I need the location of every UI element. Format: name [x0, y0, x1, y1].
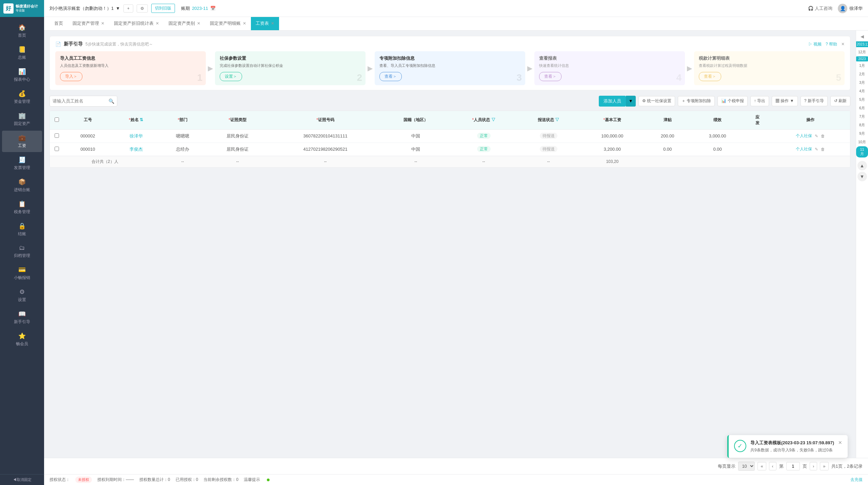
operations-btn[interactable]: ☰ 操作 ▼ — [772, 96, 798, 106]
sidebar-item-label-inventory: 进销台账 — [14, 187, 30, 193]
settings-btn[interactable]: ⚙ — [137, 4, 148, 13]
sidebar-item-tax[interactable]: 📋 税务管理 — [2, 197, 42, 218]
calendar-month-3[interactable]: 3月 — [856, 78, 868, 87]
row-checkbox[interactable] — [50, 143, 63, 156]
sidebar-footer[interactable]: ◀取消固定 — [0, 474, 44, 485]
calendar-month-10[interactable]: 10月 — [856, 138, 868, 146]
funds-icon: 💰 — [18, 90, 26, 97]
help-btn[interactable]: ? 帮助 — [826, 41, 837, 47]
edit-icon[interactable]: ✎ — [815, 134, 818, 138]
calendar-month-8[interactable]: 8月 — [856, 121, 868, 129]
guide-btn[interactable]: ? 新手引导 — [801, 96, 828, 106]
calendar-month-2[interactable]: 2月 — [856, 70, 868, 78]
guide-step-btn-2[interactable]: 设置＞ — [220, 72, 242, 81]
header-personnel-status[interactable]: *人员状态 ▽ — [451, 111, 517, 130]
sidebar-item-label-member: 畅会员 — [16, 341, 28, 347]
guide-step-btn-5[interactable]: 查看＞ — [699, 72, 721, 81]
support-btn[interactable]: 🎧 人工咨询 — [808, 5, 832, 12]
user-info[interactable]: 👤 徐泽华 — [838, 4, 863, 13]
search-input[interactable] — [53, 98, 108, 104]
first-page-btn[interactable]: « — [757, 462, 766, 470]
period-value[interactable]: 2023-11 — [192, 6, 208, 11]
tab-close-fixed-assets[interactable]: ✕ — [101, 21, 104, 26]
search-icon[interactable]: 🔍 — [108, 98, 114, 104]
tab-asset-detail[interactable]: 固定资产明细账✕ — [205, 17, 251, 31]
last-page-btn[interactable]: » — [820, 462, 828, 470]
remaining-label: 当前剩余授权数：0 — [203, 477, 238, 483]
row-checkbox[interactable] — [50, 129, 63, 143]
recharge-link[interactable]: 去充值 — [850, 477, 863, 483]
sidebar-item-fixed-assets[interactable]: 🏢 固定资产 — [2, 109, 42, 130]
account-selector[interactable]: 刘小艳演示账套（勿删勿动！）1 ▼ — [50, 5, 120, 12]
down-arrow-btn[interactable]: ▼ — [857, 172, 867, 181]
page-size-select[interactable]: 10 20 50 — [738, 462, 755, 471]
guide-step-btn-1[interactable]: 导入＞ — [60, 72, 82, 81]
toast-close-btn[interactable]: ✕ — [838, 440, 842, 445]
add-account-btn[interactable]: + — [123, 4, 133, 13]
sidebar-item-invoices[interactable]: 🧾 发票管理 — [2, 153, 42, 174]
edit-icon[interactable]: ✎ — [815, 147, 818, 152]
video-btn[interactable]: ▷ 视频 — [808, 41, 822, 47]
delete-icon[interactable]: 🗑 — [821, 134, 825, 138]
page-input[interactable] — [786, 462, 800, 470]
calendar-month-5[interactable]: 5月 — [856, 95, 868, 104]
guide-step-btn-4[interactable]: 查看＞ — [539, 72, 561, 81]
refresh-btn[interactable]: ↺ 刷新 — [830, 96, 850, 106]
tab-depreciation[interactable]: 固定资产折旧统计表✕ — [109, 17, 164, 31]
sidebar-item-inventory[interactable]: 📦 进销台账 — [2, 175, 42, 196]
up-arrow-btn[interactable]: ▲ — [857, 161, 867, 170]
select-all-checkbox[interactable] — [55, 117, 59, 122]
sidebar-item-salary[interactable]: 💼 工资 — [2, 131, 42, 152]
social-insurance-btn[interactable]: ⚙ 统一社保设置 — [638, 96, 675, 106]
add-employee-dropdown[interactable]: ▼ — [626, 96, 636, 107]
calendar-month-7[interactable]: 7月 — [856, 112, 868, 121]
tab-home[interactable]: 首页 — [50, 17, 68, 31]
individual-insurance-link[interactable]: 个人社保 — [796, 133, 812, 139]
tab-fixed-assets[interactable]: 固定资产管理✕ — [68, 17, 109, 31]
calendar-month-1[interactable]: 1月 — [856, 61, 868, 70]
emp-name[interactable]: 李俊杰 — [112, 143, 160, 156]
calendar-month-6[interactable]: 6月 — [856, 104, 868, 112]
export-btn[interactable]: ↑ 导出 — [750, 96, 769, 106]
calendar-month-4[interactable]: 4月 — [856, 87, 868, 95]
calendar-month-9[interactable]: 9月 — [856, 129, 868, 138]
content-main: 📄 新手引导 5步快速完成设置，快去完善信息吧～ ▷ 视频 ? 帮助 ✕ 导入员… — [44, 31, 856, 458]
next-page-btn[interactable]: › — [810, 462, 817, 470]
delete-icon[interactable]: 🗑 — [821, 147, 825, 152]
old-version-btn[interactable]: 切到旧版 — [151, 4, 175, 13]
close-guide-btn[interactable]: ✕ — [841, 42, 845, 46]
panel-toggle-btn[interactable]: ◀ — [856, 32, 868, 41]
sidebar-item-guide[interactable]: 📖 新手引导 — [2, 307, 42, 328]
sidebar-item-settings[interactable]: ⚙ 设置 — [2, 285, 42, 306]
tab-asset-category[interactable]: 固定资产类别✕ — [164, 17, 205, 31]
tab-close-depreciation[interactable]: ✕ — [156, 21, 159, 26]
sidebar-item-funds[interactable]: 💰 资金管理 — [2, 87, 42, 108]
sidebar-item-general-ledger[interactable]: 📒 总账 — [2, 42, 42, 64]
sidebar-item-home[interactable]: 🏠 首页 — [2, 20, 42, 42]
calendar-month-11[interactable]: 11月 — [856, 146, 868, 157]
calendar-prev-year[interactable]: 12月 — [856, 48, 868, 56]
individual-insurance-link[interactable]: 个人社保 — [796, 146, 812, 152]
sidebar-item-archive[interactable]: 🗂 归档管理 — [2, 241, 42, 262]
header-checkbox[interactable] — [50, 111, 63, 130]
tab-close-asset-detail[interactable]: ✕ — [243, 21, 246, 26]
header-submit-status[interactable]: 报送状态 ▽ — [517, 111, 580, 130]
tab-salary-table[interactable]: 工资表✕ — [251, 17, 279, 31]
guide-step-1: 导入员工工资信息 人员信息及工资数据新增导入 导入＞ 1 — [55, 51, 206, 85]
emp-name[interactable]: 徐泽华 — [112, 129, 160, 143]
sidebar-item-member[interactable]: ⭐ 畅会员 — [2, 329, 42, 350]
sidebar-item-close[interactable]: 🔒 结账 — [2, 219, 42, 240]
tab-label-fixed-assets: 固定资产管理 — [73, 20, 99, 26]
prev-page-btn[interactable]: ‹ — [769, 462, 776, 470]
guide-step-btn-3[interactable]: 查看＞ — [379, 72, 402, 81]
calendar-icon[interactable]: 📅 — [210, 6, 216, 11]
tab-close-salary-table[interactable]: ✕ — [271, 21, 274, 26]
sidebar-item-reports[interactable]: 📊 报表中心 — [2, 64, 42, 86]
sidebar-item-expense[interactable]: 💳 小畅报销 — [2, 263, 42, 284]
special-deduction-btn[interactable]: ＋ 专项附加扣除 — [678, 96, 715, 106]
header-department: *部门 — [160, 111, 205, 130]
tab-close-asset-category[interactable]: ✕ — [197, 21, 200, 26]
add-employee-btn[interactable]: 添加人员 — [599, 96, 626, 107]
tax-report-btn[interactable]: 📊 个税申报 — [717, 96, 747, 106]
account-dropdown-icon[interactable]: ▼ — [116, 6, 120, 11]
